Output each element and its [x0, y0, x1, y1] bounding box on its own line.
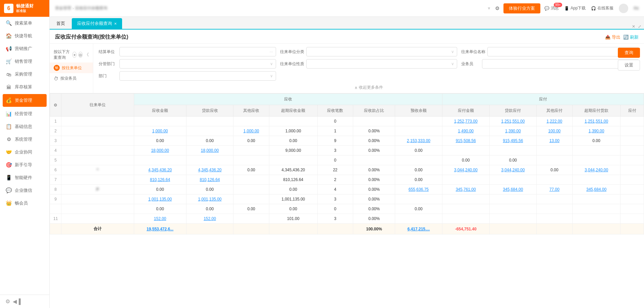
- field-label: 部门: [99, 73, 117, 79]
- tab-fullscreen[interactable]: ⤢: [638, 24, 641, 29]
- tab-home[interactable]: 首页: [51, 18, 70, 29]
- th-partner: 往来单位: [61, 94, 134, 117]
- setting-btn[interactable]: 设置: [618, 60, 640, 71]
- filter-field-partner-name: 往来单位名称: [461, 47, 639, 56]
- sidebar-item-sales[interactable]: 🛒 销售管理: [0, 55, 49, 68]
- scheme-item-label: 按往来单位: [62, 65, 82, 71]
- refresh-btn[interactable]: 🔄 刷新: [623, 34, 639, 40]
- filter-fields: 结算单位 ··· 往来单位分类 ∨ 往来单位名称: [93, 44, 644, 93]
- username[interactable]: Rit: [634, 6, 639, 11]
- sidebar-item-label: 搜索菜单: [15, 20, 32, 26]
- scheme-item-partner[interactable]: 畅 按往来单位: [50, 62, 93, 73]
- online-service-btn[interactable]: 🎧 在线客服: [591, 5, 613, 11]
- sidebar-item-quicknav[interactable]: 🏠 快捷导航: [0, 30, 49, 42]
- tab-close-all[interactable]: ✕: [632, 24, 635, 29]
- th-receivable: 应收: [134, 94, 442, 105]
- sidebar-item-hardware[interactable]: 📱 智能硬件: [0, 171, 49, 184]
- collapse-btn[interactable]: ∧ 收起更多条件: [355, 85, 383, 90]
- footer-settings: [50, 224, 61, 234]
- filter-field-partner-nature: 往来单位性质 ∨: [280, 59, 458, 69]
- footer-r-overdue: [269, 224, 317, 234]
- dropdown-chevron[interactable]: ▼: [487, 6, 491, 11]
- sidebar-bottom: ⚙ ◀▐: [0, 295, 49, 308]
- chevron-down-icon: ∨: [451, 49, 454, 54]
- filter-field-settlement: 结算单位 ···: [99, 47, 276, 56]
- th-r-prepay: 预收余额: [395, 105, 442, 117]
- field-input[interactable]: ···: [119, 47, 276, 56]
- field-select4[interactable]: ∨: [119, 71, 276, 81]
- tab-close-icon[interactable]: ✕: [114, 22, 117, 26]
- wechat-icon: 💬: [5, 187, 12, 193]
- sidebar-item-inventory[interactable]: 🏛 库存核算: [0, 81, 49, 93]
- sidebar-item-enterprise[interactable]: 🤝 企业协同: [0, 146, 49, 159]
- gear-icon[interactable]: ⚙: [495, 5, 499, 11]
- sidebar-item-basics[interactable]: 📋 基础信息: [0, 120, 49, 133]
- sidebar-item-purchase[interactable]: 🛍 采购管理: [0, 68, 49, 81]
- sidebar-item-label: 企业协同: [15, 149, 32, 155]
- industry-btn[interactable]: 体验行业方案: [503, 3, 540, 13]
- footer-r-ratio: 100.00%: [353, 224, 395, 234]
- field-label: 往来单位性质: [280, 61, 304, 67]
- app-version: 标准版: [16, 9, 34, 13]
- footer-r-amount[interactable]: 19,553,472,6...: [134, 224, 186, 234]
- collapse-icon[interactable]: ◀▐: [13, 298, 20, 305]
- field-input3[interactable]: ···: [482, 59, 639, 69]
- app-download-btn[interactable]: 📱 App下载: [564, 5, 586, 11]
- inventory-icon: 🏛: [5, 84, 12, 90]
- field-select[interactable]: ∨: [306, 47, 458, 56]
- sidebar-item-label: 畅会员: [15, 200, 28, 206]
- app-name: 畅捷通财: [16, 3, 34, 9]
- filter-row-2: 分管部门 ∨ 往来单位性质 ∨ 业务员: [99, 59, 639, 69]
- refresh-icon: 🔄: [623, 35, 629, 40]
- field-select3[interactable]: ∨: [306, 59, 458, 69]
- data-table: ⚙ 往来单位 应收 应付 应收金额 贷款应收 其他应收 超期应收金额 应收笔数 …: [50, 93, 644, 234]
- collapse-row: ∧ 收起更多条件: [99, 83, 639, 93]
- sidebar-item-marketing[interactable]: 📢 营销推广: [0, 42, 49, 55]
- scheme-collapse-btn[interactable]: 《: [85, 52, 89, 58]
- scheme-item-salesperson[interactable]: ⏱ 按业务员: [50, 73, 93, 84]
- footer-p-amount: -654,751.40: [442, 224, 489, 234]
- sidebar-item-finance[interactable]: 💰 资金管理: [3, 94, 47, 107]
- tab-bar-actions: ✕ ⤢: [632, 24, 644, 29]
- sidebar-item-operations[interactable]: 📊 经营管理: [0, 107, 49, 120]
- breadcrumb-chevron: ›: [72, 6, 74, 11]
- sidebar-item-member[interactable]: 👑 畅会员: [0, 197, 49, 210]
- filter-field-partner-type: 往来单位分类 ∨: [280, 47, 458, 56]
- export-btn[interactable]: 📤 导出: [605, 34, 621, 40]
- logo-icon: 6: [4, 4, 13, 13]
- message-btn[interactable]: 💬 消息 99+: [544, 5, 559, 11]
- sidebar-item-wechat[interactable]: 💬 企业微信: [0, 184, 49, 197]
- field-label: 往来单位名称: [461, 49, 485, 55]
- field-input2[interactable]: [487, 47, 639, 56]
- user-avatar[interactable]: [619, 4, 628, 13]
- sidebar-item-search[interactable]: 🔍 搜索菜单: [0, 17, 49, 30]
- sidebar-item-guide[interactable]: 🎯 新手引导: [0, 159, 49, 171]
- table-row: 500.000.00: [50, 156, 644, 165]
- filter-field-department: 部门 ∨: [99, 71, 276, 81]
- dots-icon: ···: [270, 49, 273, 54]
- sidebar-item-label: 采购管理: [15, 71, 32, 77]
- sidebar-item-label: 库存核算: [15, 84, 32, 90]
- sidebar-item-system[interactable]: ⚙ 系统管理: [0, 133, 49, 146]
- sidebar-item-label: 新手引导: [15, 162, 32, 168]
- scheme-settings-btn[interactable]: ◎: [78, 52, 83, 58]
- footer-p-loan: [489, 224, 537, 234]
- query-btn[interactable]: 查询: [618, 48, 640, 58]
- sidebar: 6 畅捷通财 标准版 🔍 搜索菜单 🏠 快捷导航 📢 营销推广 🛒 销售管理 🛍…: [0, 0, 50, 308]
- footer-r-prepay[interactable]: 6,417,215....: [395, 224, 442, 234]
- add-scheme-btn[interactable]: +: [72, 52, 76, 58]
- sidebar-item-label: 营销推广: [15, 46, 32, 52]
- footer-label: 合计: [61, 224, 134, 234]
- table-row: 6^4,345,436.204,345,436.200.004,345,436.…: [50, 165, 644, 175]
- table-row: 0.000.000.000.0000.00%0.00: [50, 204, 644, 214]
- table-row: 101,252,773.001,251,551.001,222.001,251,…: [50, 117, 644, 126]
- message-badge: 99+: [554, 3, 562, 7]
- field-select2[interactable]: ∨: [119, 59, 276, 69]
- settings-bottom-icon[interactable]: ⚙: [5, 298, 10, 305]
- th-p-col5: 应付: [621, 105, 644, 117]
- operations-icon: 📊: [5, 111, 12, 117]
- th-r-loan: 贷款应收: [186, 105, 233, 117]
- guide-icon: 🎯: [5, 162, 12, 168]
- th-settings[interactable]: ⚙: [50, 94, 61, 117]
- tab-arap[interactable]: 应收应付余额查询 ✕: [72, 18, 122, 29]
